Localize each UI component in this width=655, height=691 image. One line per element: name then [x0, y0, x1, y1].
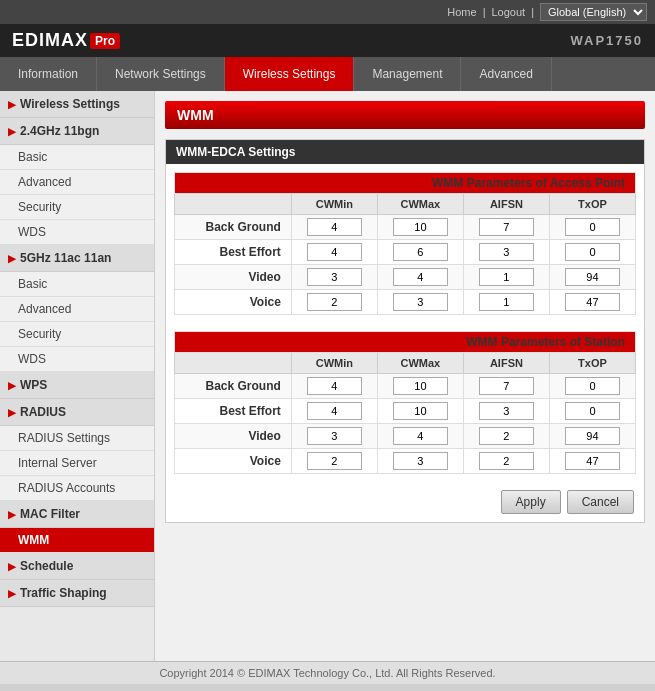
sidebar-section-mac-filter[interactable]: ▶ MAC Filter — [0, 501, 154, 528]
st-be-aifsn-input[interactable] — [479, 402, 534, 420]
ap-vi-txop-input[interactable] — [565, 268, 620, 286]
sidebar-item-5-basic[interactable]: Basic — [0, 272, 154, 297]
sidebar-item-24-basic[interactable]: Basic — [0, 145, 154, 170]
arrow-traffic-icon: ▶ — [8, 588, 16, 599]
sidebar-section-radius[interactable]: ▶ RADIUS — [0, 399, 154, 426]
st-bg-cwmin-input[interactable] — [307, 377, 362, 395]
logo-edimax: EDIMAX — [12, 30, 88, 51]
sidebar-item-24-advanced[interactable]: Advanced — [0, 170, 154, 195]
ap-vi-aifsn-input[interactable] — [479, 268, 534, 286]
language-select[interactable]: Global (English) — [540, 3, 647, 21]
st-vo-aifsn-input[interactable] — [479, 452, 534, 470]
st-vo-txop-input[interactable] — [565, 452, 620, 470]
sidebar-item-24-security[interactable]: Security — [0, 195, 154, 220]
sidebar-item-internal-server[interactable]: Internal Server — [0, 451, 154, 476]
content-area: WMM WMM-EDCA Settings WMM Parameters of … — [155, 91, 655, 661]
sidebar-section-schedule[interactable]: ▶ Schedule — [0, 553, 154, 580]
col-cwmax: CWMax — [377, 194, 463, 215]
nav-advanced[interactable]: Advanced — [461, 57, 551, 91]
st-vo-cwmin-input[interactable] — [307, 452, 362, 470]
ap-table: WMM Parameters of Access Point CWMin CWM… — [174, 172, 636, 315]
home-link[interactable]: Home — [447, 6, 476, 18]
sidebar-item-radius-accounts[interactable]: RADIUS Accounts — [0, 476, 154, 501]
sidebar-item-radius-settings[interactable]: RADIUS Settings — [0, 426, 154, 451]
sidebar-item-5-wds[interactable]: WDS — [0, 347, 154, 372]
main-nav: Information Network Settings Wireless Se… — [0, 57, 655, 91]
ap-be-label: Best Effort — [175, 240, 292, 265]
logout-link[interactable]: Logout — [491, 6, 525, 18]
ap-row-besteffort: Best Effort — [175, 240, 636, 265]
ap-be-cwmin-input[interactable] — [307, 243, 362, 261]
sidebar-traffic-label: Traffic Shaping — [20, 586, 107, 600]
ap-vo-aifsn-input[interactable] — [479, 293, 534, 311]
arrow-24-icon: ▶ — [8, 126, 16, 137]
ap-be-aifsn-input[interactable] — [479, 243, 534, 261]
nav-management[interactable]: Management — [354, 57, 461, 91]
wmm-edca-section: WMM-EDCA Settings WMM Parameters of Acce… — [165, 139, 645, 523]
ap-bg-label: Back Ground — [175, 215, 292, 240]
st-be-txop-input[interactable] — [565, 402, 620, 420]
arrow-mac-icon: ▶ — [8, 509, 16, 520]
sidebar-5-label: 5GHz 11ac 11an — [20, 251, 111, 265]
st-be-cwmin-input[interactable] — [307, 402, 362, 420]
sidebar-wps-label: WPS — [20, 378, 47, 392]
ap-be-cwmax-input[interactable] — [393, 243, 448, 261]
sidebar-item-24-wds[interactable]: WDS — [0, 220, 154, 245]
ap-vo-txop-input[interactable] — [565, 293, 620, 311]
ap-bg-cwmin-input[interactable] — [307, 218, 362, 236]
st-bg-txop-input[interactable] — [565, 377, 620, 395]
ap-bg-cwmax-input[interactable] — [393, 218, 448, 236]
sidebar-section-24ghz[interactable]: ▶ 2.4GHz 11bgn — [0, 118, 154, 145]
sidebar-section-wireless[interactable]: ▶ Wireless Settings — [0, 91, 154, 118]
ap-be-txop-input[interactable] — [565, 243, 620, 261]
sidebar-24-label: 2.4GHz 11bgn — [20, 124, 99, 138]
st-row-voice: Voice — [175, 449, 636, 474]
ap-vo-cwmin-input[interactable] — [307, 293, 362, 311]
top-bar: Home | Logout | Global (English) — [0, 0, 655, 24]
st-col-label — [175, 353, 292, 374]
sidebar-section-traffic[interactable]: ▶ Traffic Shaping — [0, 580, 154, 607]
ap-bg-aifsn-input[interactable] — [479, 218, 534, 236]
st-vi-aifsn-input[interactable] — [479, 427, 534, 445]
arrow-5-icon: ▶ — [8, 253, 16, 264]
ap-bg-cwmin — [291, 215, 377, 240]
st-vo-cwmax-input[interactable] — [393, 452, 448, 470]
sidebar-item-5-security[interactable]: Security — [0, 322, 154, 347]
ap-bg-aifsn — [463, 215, 549, 240]
apply-button[interactable]: Apply — [501, 490, 561, 514]
footer-text: Copyright 2014 © EDIMAX Technology Co., … — [159, 667, 495, 679]
ap-vi-cwmin-input[interactable] — [307, 268, 362, 286]
st-vi-txop-input[interactable] — [565, 427, 620, 445]
station-table: WMM Parameters of Station CWMin CWMax AI… — [174, 331, 636, 474]
arrow-wps-icon: ▶ — [8, 380, 16, 391]
ap-row-voice: Voice — [175, 290, 636, 315]
st-row-video: Video — [175, 424, 636, 449]
st-row-besteffort: Best Effort — [175, 399, 636, 424]
ap-table-header: WMM Parameters of Access Point — [175, 173, 636, 194]
col-aifsn: AIFSN — [463, 194, 549, 215]
nav-network-settings[interactable]: Network Settings — [97, 57, 225, 91]
nav-wireless-settings[interactable]: Wireless Settings — [225, 57, 355, 91]
nav-information[interactable]: Information — [0, 57, 97, 91]
ap-vi-cwmax-input[interactable] — [393, 268, 448, 286]
sidebar-section-wps[interactable]: ▶ WPS — [0, 372, 154, 399]
col-txop: TxOP — [549, 194, 635, 215]
sidebar-section-5ghz[interactable]: ▶ 5GHz 11ac 11an — [0, 245, 154, 272]
arrow-radius-icon: ▶ — [8, 407, 16, 418]
station-table-section: WMM Parameters of Station CWMin CWMax AI… — [166, 323, 644, 482]
st-col-cwmax: CWMax — [377, 353, 463, 374]
ap-row-background: Back Ground — [175, 215, 636, 240]
ap-table-section: WMM Parameters of Access Point CWMin CWM… — [166, 164, 644, 323]
st-be-cwmax-input[interactable] — [393, 402, 448, 420]
station-table-header: WMM Parameters of Station — [175, 332, 636, 353]
ap-vo-cwmax-input[interactable] — [393, 293, 448, 311]
sidebar-item-wmm[interactable]: WMM — [0, 528, 154, 553]
sidebar-mac-label: MAC Filter — [20, 507, 80, 521]
sidebar-item-5-advanced[interactable]: Advanced — [0, 297, 154, 322]
st-vi-cwmin-input[interactable] — [307, 427, 362, 445]
st-bg-aifsn-input[interactable] — [479, 377, 534, 395]
st-bg-cwmax-input[interactable] — [393, 377, 448, 395]
cancel-button[interactable]: Cancel — [567, 490, 634, 514]
st-vi-cwmax-input[interactable] — [393, 427, 448, 445]
ap-bg-txop-input[interactable] — [565, 218, 620, 236]
